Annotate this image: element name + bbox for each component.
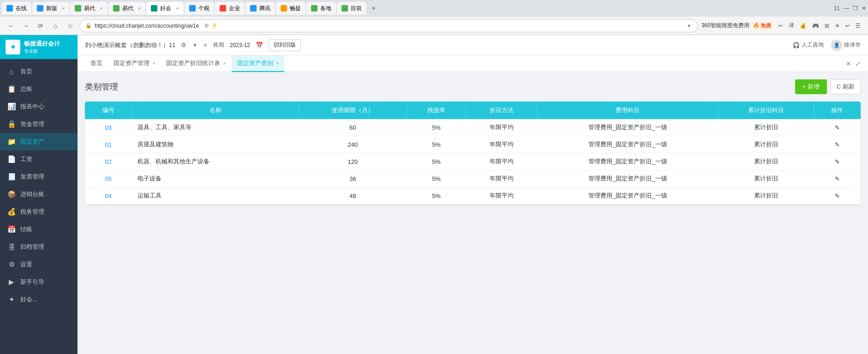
menu-tool[interactable]: ☰: [854, 22, 862, 30]
topbar-add-icon[interactable]: +: [203, 41, 207, 49]
sidebar-item-inventory[interactable]: 📦进销台账: [0, 186, 78, 203]
browser-tab-tab3[interactable]: 易代×: [70, 2, 107, 15]
grid-tool[interactable]: ⊞: [823, 22, 831, 30]
wallet-tool[interactable]: 💰: [798, 22, 808, 30]
settings-gear-icon[interactable]: ⚙: [181, 42, 186, 48]
tab-label-tab10: 各地: [320, 5, 331, 12]
refresh-button[interactable]: C 刷新: [831, 79, 861, 94]
sidebar-item-settlement[interactable]: 📅结账: [0, 221, 78, 238]
table-row-4: 04运输工具485%年限平均管理费用_固定资产折旧_一级累计折旧✎: [85, 187, 861, 204]
content-tab-close-tab-depreciation[interactable]: ×: [223, 60, 226, 66]
tab-label-tab11: 目前: [351, 5, 362, 12]
history-tool[interactable]: ↩: [844, 22, 852, 30]
sidebar-item-invoice[interactable]: 🧾发票管理: [0, 168, 78, 186]
theme-tool[interactable]: ☀: [833, 22, 842, 30]
bookmark-button[interactable]: ☆: [65, 20, 76, 31]
edit-button-row-2[interactable]: ✎: [814, 153, 861, 170]
sidebar-icon-funds: 🔒: [7, 120, 16, 128]
logo-sub: 专业版: [24, 48, 60, 54]
cell-3-row-1: 5%: [407, 136, 466, 153]
cell-4-row-2: 年限平均: [466, 153, 538, 170]
minimize-icon[interactable]: —: [844, 5, 849, 12]
cell-0-row-2: 02: [85, 153, 132, 170]
sidebar-icon-settlement: 📅: [7, 225, 16, 234]
sidebar-icon-home: ⌂: [7, 68, 16, 76]
tab-label-tab1: 在线: [16, 5, 27, 12]
content-tab-tab-depreciation[interactable]: 固定资产折旧统计表×: [161, 55, 231, 72]
browser-tab-tab2[interactable]: 新版×: [32, 2, 69, 15]
calendar-icon[interactable]: 📅: [256, 42, 263, 48]
close-icon[interactable]: ✕: [862, 5, 866, 12]
col-header-累计折旧科目: 累计折旧科目: [718, 102, 814, 119]
tab-close-tab4[interactable]: ×: [138, 6, 141, 11]
url-dropdown-icon[interactable]: ▼: [687, 23, 692, 29]
sidebar-item-salary[interactable]: 📄工资: [0, 150, 78, 168]
cut-tool[interactable]: ✂: [777, 22, 785, 30]
browser-tab-tab6[interactable]: 个税: [185, 2, 214, 15]
browser-tab-tab1[interactable]: 在线: [2, 2, 31, 15]
restore-icon[interactable]: ❐: [853, 5, 858, 12]
cell-1-row-0: 器具、工具、家具等: [132, 119, 299, 136]
cell-4-row-4: 年限平均: [466, 187, 538, 204]
edit-button-row-1[interactable]: ✎: [814, 136, 861, 153]
browser-tab-tab8[interactable]: 腾讯: [245, 2, 275, 15]
content-tab-tab-home[interactable]: 首页: [85, 55, 108, 72]
sidebar-item-tax[interactable]: 💰税务管理: [0, 203, 78, 221]
sidebar-item-ledger[interactable]: 📋总账: [0, 80, 78, 98]
browser-tab-tab9[interactable]: 畅提: [276, 2, 305, 15]
forward-button[interactable]: →: [20, 20, 31, 31]
add-button[interactable]: + 新增: [795, 79, 827, 94]
avatar: 👤: [831, 40, 842, 51]
close-window-button[interactable]: ✕: [846, 60, 851, 67]
tab-favicon-tab11: [341, 5, 348, 12]
sidebar-label-invoice: 发票管理: [20, 173, 44, 181]
tab-close-tab2[interactable]: ×: [62, 6, 65, 11]
sidebar-label-guide: 新手引导: [20, 278, 44, 286]
browser-tab-tab4[interactable]: 易代×: [108, 2, 145, 15]
content-tab-close-tab-fixed-mgr[interactable]: ×: [152, 60, 155, 66]
edit-button-row-0[interactable]: ✎: [814, 119, 861, 136]
sidebar-item-funds[interactable]: 🔒资金管理: [0, 115, 78, 133]
switch-version-button[interactable]: 切到旧版: [269, 39, 301, 51]
sidebar-icon-settings: ⚙: [7, 260, 16, 269]
url-bar[interactable]: 🔒 https://cloud.chanjet.com/accounting/u…: [79, 19, 698, 32]
browser-tab-tab7[interactable]: 企业: [215, 2, 245, 15]
sidebar: ✦ 畅捷通好会计 专业版 ⌂首页📋总账📊报表中心🔒资金管理📁固定资产📄工资🧾发票…: [0, 35, 78, 354]
sidebar-item-fixed-assets[interactable]: 📁固定资产: [0, 133, 78, 150]
content-tab-tab-category[interactable]: 固定资产类别×: [232, 55, 284, 72]
cell-6-row-0: 累计折旧: [718, 119, 814, 136]
sidebar-item-more[interactable]: ✦好会...: [0, 291, 78, 308]
hot-search-icon[interactable]: 🔥 热搜: [751, 22, 773, 30]
game-tool[interactable]: 🎮: [810, 22, 821, 30]
sidebar-item-reports[interactable]: 📊报表中心: [0, 98, 78, 115]
tab-close-tab5[interactable]: ×: [176, 6, 179, 11]
maximize-window-button[interactable]: ⤢: [855, 60, 861, 67]
browser-tab-tab5[interactable]: 好会×: [146, 2, 183, 15]
cell-1-row-2: 机器、机械和其他生产设备: [132, 153, 299, 170]
boost-icon: ⚡: [211, 23, 218, 29]
browser-tab-bar: 在线新版×易代×易代×好会×个税企业腾讯畅提各地目前 + 11 — ❐ ✕: [0, 0, 868, 17]
sidebar-label-funds: 资金管理: [20, 120, 44, 128]
topbar-dropdown-icon[interactable]: ▼: [192, 42, 198, 48]
content-tab-close-tab-category[interactable]: ×: [276, 60, 279, 66]
sidebar-item-guide[interactable]: ▶新手引导: [0, 273, 78, 291]
sidebar-item-archive[interactable]: 🗄归档管理: [0, 238, 78, 256]
back-button[interactable]: ←: [6, 20, 17, 31]
content-tab-tab-fixed-mgr[interactable]: 固定资产管理×: [108, 55, 161, 72]
browser-chrome: 在线新版×易代×易代×好会×个税企业腾讯畅提各地目前 + 11 — ❐ ✕ ← …: [0, 0, 868, 35]
edit-button-row-4[interactable]: ✎: [814, 187, 861, 204]
new-tab-button[interactable]: +: [367, 2, 380, 15]
browser-tab-tab10[interactable]: 各地: [306, 2, 336, 15]
home-button[interactable]: ⌂: [50, 20, 61, 31]
sidebar-icon-guide: ▶: [7, 278, 16, 286]
edit-button-row-3[interactable]: ✎: [814, 170, 861, 187]
user-info[interactable]: 👤 徐泽华: [831, 40, 861, 51]
browser-tab-tab11[interactable]: 目前: [337, 2, 366, 15]
sidebar-label-archive: 归档管理: [20, 243, 44, 251]
customer-service-button[interactable]: 🎧 人工咨询: [793, 41, 824, 49]
reload-button[interactable]: ⟳: [35, 20, 46, 31]
sidebar-item-home[interactable]: ⌂首页: [0, 63, 78, 80]
translate-tool[interactable]: 译: [787, 21, 796, 30]
sidebar-item-settings[interactable]: ⚙设置: [0, 256, 78, 273]
tab-close-tab3[interactable]: ×: [100, 6, 102, 11]
